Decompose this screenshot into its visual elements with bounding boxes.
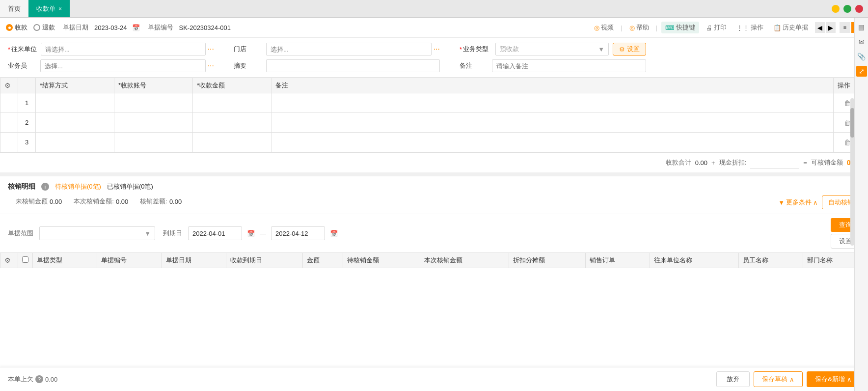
- row3-settle[interactable]: [36, 133, 114, 152]
- row1-amount[interactable]: [193, 93, 271, 113]
- btcol-pending: 待核销金额: [343, 253, 420, 268]
- data-table: ⚙ *结算方式 *收款账号 *收款金额 备注: [0, 78, 868, 152]
- tab-close-icon[interactable]: ×: [58, 5, 62, 12]
- toolbar: 收款 退款 单据日期 2023-03-24 📅 单据编号 SK-20230324…: [0, 18, 868, 38]
- range-select[interactable]: ▼: [39, 226, 155, 240]
- calendar-icon[interactable]: 📅: [132, 24, 140, 31]
- save-new-button[interactable]: 保存&新增 ∧: [807, 371, 860, 387]
- row2-remark[interactable]: [271, 113, 834, 133]
- partner-input[interactable]: [41, 43, 206, 56]
- sidebar-clip-icon[interactable]: 📎: [856, 51, 867, 62]
- staff-input[interactable]: [40, 59, 206, 72]
- sidebar-expand-icon[interactable]: ⤢: [856, 66, 867, 77]
- ops-button[interactable]: ⋮⋮ 操作: [733, 22, 766, 33]
- row3-amount[interactable]: [193, 133, 271, 152]
- filter-icon: ▼: [778, 199, 785, 206]
- col-remark-header: 备注: [271, 78, 834, 93]
- scrollbar-thumb[interactable]: [850, 108, 854, 138]
- view-list[interactable]: ≡: [840, 22, 850, 33]
- print-label: 打印: [714, 23, 727, 32]
- table-row: 3 🗑 ⧉: [0, 133, 868, 152]
- number-label: 单据编号: [148, 23, 173, 32]
- summary-input[interactable]: [266, 59, 440, 72]
- shop-input[interactable]: [266, 43, 432, 56]
- staff-more-icon[interactable]: ···: [208, 61, 214, 70]
- bottom-info-icon[interactable]: ?: [35, 375, 43, 383]
- row2-settle[interactable]: [36, 113, 114, 133]
- tab-active-label: 收款单: [36, 4, 55, 13]
- biz-dropdown[interactable]: 预收款 ▼: [495, 43, 609, 56]
- verify-pending-tab[interactable]: 待核销单据(0笔): [55, 181, 101, 192]
- shortcut-button[interactable]: ⌨ 快捷键: [661, 22, 699, 33]
- select-all-checkbox[interactable]: [22, 256, 28, 263]
- maximize-button[interactable]: [843, 5, 851, 13]
- date-to-input[interactable]: 2022-04-12: [271, 226, 325, 240]
- nav-prev[interactable]: ◀: [815, 22, 825, 33]
- tab-home[interactable]: 首页: [0, 0, 28, 17]
- bottom-info-value: 0.00: [45, 376, 57, 383]
- sidebar-email-icon[interactable]: ✉: [856, 36, 867, 47]
- date-to-value: 2022-04-12: [275, 230, 308, 237]
- scrollbar[interactable]: [850, 98, 854, 246]
- row2-settings: [0, 113, 18, 133]
- row3-settings: [0, 133, 18, 152]
- verify-done-tab[interactable]: 已核销单据(0笔): [107, 182, 153, 191]
- row3-delete-icon[interactable]: 🗑: [844, 139, 851, 146]
- row1-settle[interactable]: [36, 93, 114, 113]
- row2-amount[interactable]: [193, 113, 271, 133]
- row3-remark[interactable]: [271, 133, 834, 152]
- nav-next[interactable]: ▶: [826, 22, 836, 33]
- radio-refund[interactable]: 退款: [33, 23, 55, 32]
- range-label: 单据范围: [8, 229, 33, 238]
- settings-button[interactable]: ⚙ 设置: [613, 43, 646, 56]
- video-button[interactable]: ◎ 视频: [591, 22, 617, 33]
- partner-more-icon[interactable]: ···: [208, 45, 214, 54]
- btcol-staff: 员工名称: [739, 253, 803, 268]
- date-field: 单据日期 2023-03-24 📅: [63, 23, 140, 32]
- col-settings-header: ⚙: [0, 78, 18, 93]
- row1-delete-icon[interactable]: 🗑: [844, 99, 851, 107]
- discount-input[interactable]: [750, 157, 799, 168]
- help-button[interactable]: ◎ 帮助: [626, 22, 652, 33]
- date-calendar-to[interactable]: 📅: [330, 230, 338, 237]
- date-from-input[interactable]: 2022-04-01: [188, 226, 242, 240]
- print-button[interactable]: 🖨 打印: [703, 22, 730, 33]
- ops-label: 操作: [751, 23, 763, 32]
- radio-receive[interactable]: 收款: [6, 23, 27, 32]
- radio-receive-label: 收款: [15, 23, 27, 32]
- tab-active[interactable]: 收款单 ×: [28, 0, 70, 17]
- history-label: 历史单据: [783, 23, 808, 32]
- history-button[interactable]: 📋 历史单据: [770, 22, 811, 33]
- btcol-due: 收款到期日: [226, 253, 303, 268]
- table-settings-icon[interactable]: ⚙: [4, 82, 11, 89]
- row2-delete-icon[interactable]: 🗑: [844, 119, 851, 127]
- current-stat: 本次核销金额: 0.00: [74, 197, 128, 206]
- save-draft-button[interactable]: 保存草稿 ∧: [754, 371, 803, 387]
- remark-label: 备注: [460, 61, 489, 70]
- staff-field: 业务员 ···: [8, 59, 214, 72]
- more-filter-button[interactable]: ▼ 更多条件 ∧: [778, 198, 818, 207]
- row1-remark[interactable]: [271, 93, 834, 113]
- remark-input[interactable]: [492, 59, 646, 72]
- sidebar-table-icon[interactable]: ▤: [856, 22, 867, 32]
- row1-account[interactable]: [114, 93, 193, 113]
- date-calendar-from[interactable]: 📅: [247, 230, 255, 237]
- minimize-button[interactable]: [832, 5, 840, 13]
- close-button[interactable]: [855, 5, 863, 13]
- save-draft-label: 保存草稿: [762, 375, 787, 384]
- btcol-discount: 折扣分摊额: [509, 253, 585, 268]
- date-dash: —: [260, 230, 266, 237]
- abandon-button[interactable]: 放弃: [716, 371, 750, 387]
- table-row: 1 🗑 ⧉: [0, 93, 868, 113]
- col-settle-header: *结算方式: [36, 78, 114, 93]
- ops-icon: ⋮⋮: [736, 24, 749, 31]
- bottom-settings-icon[interactable]: ⚙: [4, 256, 11, 264]
- row2-account[interactable]: [114, 113, 193, 133]
- biz-required: *: [460, 46, 462, 53]
- row3-account[interactable]: [114, 133, 193, 152]
- help-label: 帮助: [636, 23, 649, 32]
- row3-num: 3: [18, 133, 36, 152]
- shop-more-icon[interactable]: ···: [434, 45, 440, 54]
- verify-info-icon[interactable]: i: [41, 183, 49, 191]
- bottom-info-label: 本单上欠: [8, 375, 33, 384]
